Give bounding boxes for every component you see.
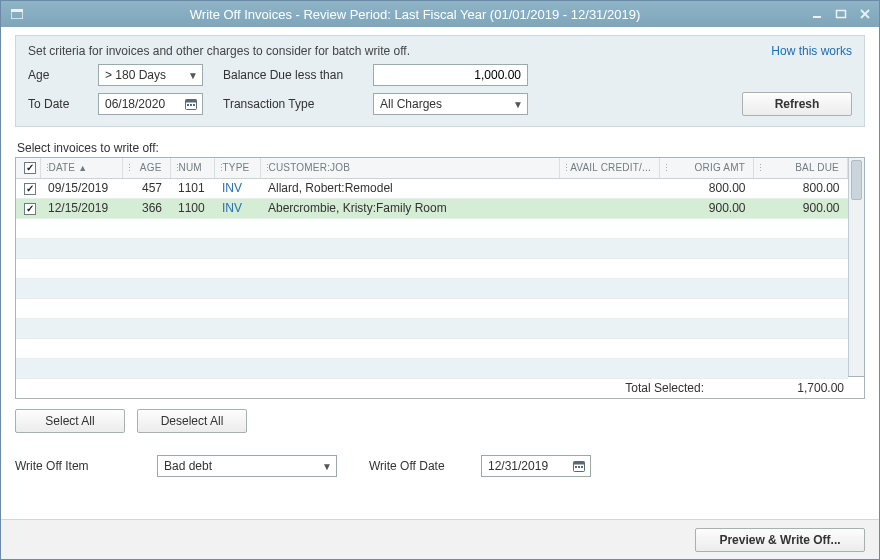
table-header-row: ⋮DATE▲ ⋮AGE ⋮NUM ⋮TYPE ⋮CUSTOMER:JOB ⋮AV… bbox=[16, 158, 848, 178]
criteria-panel: Set criteria for invoices and other char… bbox=[15, 35, 865, 127]
cell-type[interactable]: INV bbox=[214, 178, 260, 198]
writeoff-date-label: Write Off Date bbox=[369, 459, 469, 473]
svg-rect-10 bbox=[193, 104, 195, 106]
svg-rect-3 bbox=[837, 11, 846, 18]
balance-due-input[interactable] bbox=[373, 64, 528, 86]
total-row: Total Selected: 1,700.00 bbox=[15, 377, 865, 399]
how-this-works-link[interactable]: How this works bbox=[771, 44, 852, 58]
table-row bbox=[16, 258, 848, 278]
svg-rect-13 bbox=[575, 466, 577, 468]
deselect-all-button[interactable]: Deselect All bbox=[137, 409, 247, 433]
svg-rect-1 bbox=[11, 9, 23, 12]
col-date[interactable]: ⋮DATE▲ bbox=[40, 158, 122, 178]
total-value: 1,700.00 bbox=[744, 381, 864, 395]
writeoff-item-label: Write Off Item bbox=[15, 459, 145, 473]
cell-bal: 800.00 bbox=[754, 178, 848, 198]
total-label: Total Selected: bbox=[625, 381, 704, 395]
writeoff-item-value: Bad debt bbox=[164, 459, 212, 473]
table-row bbox=[16, 238, 848, 258]
table-caption: Select invoices to write off: bbox=[17, 141, 865, 155]
content-area: Set criteria for invoices and other char… bbox=[1, 27, 879, 519]
table-row[interactable]: 12/15/20193661100INVAbercrombie, Kristy:… bbox=[16, 198, 848, 218]
cell-age: 366 bbox=[122, 198, 170, 218]
cell-date: 09/15/2019 bbox=[40, 178, 122, 198]
refresh-button[interactable]: Refresh bbox=[742, 92, 852, 116]
txn-type-label: Transaction Type bbox=[223, 97, 373, 111]
cell-avail bbox=[560, 198, 660, 218]
table-row bbox=[16, 218, 848, 238]
table-row[interactable]: 09/15/20194571101INVAllard, Robert:Remod… bbox=[16, 178, 848, 198]
select-all-button[interactable]: Select All bbox=[15, 409, 125, 433]
svg-rect-7 bbox=[186, 100, 197, 103]
writeoff-date-input[interactable]: 12/31/2019 bbox=[481, 455, 591, 477]
chevron-down-icon: ▼ bbox=[188, 70, 198, 81]
table-row bbox=[16, 318, 848, 338]
cell-avail bbox=[560, 178, 660, 198]
col-bal-due[interactable]: ⋮BAL DUE bbox=[754, 158, 848, 178]
writeoff-item-select[interactable]: Bad debt ▼ bbox=[157, 455, 337, 477]
col-customer[interactable]: ⋮CUSTOMER:JOB bbox=[260, 158, 560, 178]
txn-type-select[interactable]: All Charges ▼ bbox=[373, 93, 528, 115]
txn-type-value: All Charges bbox=[380, 97, 442, 111]
window-title: Write Off Invoices - Review Period: Last… bbox=[27, 7, 803, 22]
header-checkbox[interactable] bbox=[24, 162, 36, 174]
cell-customer: Abercrombie, Kristy:Family Room bbox=[260, 198, 560, 218]
window: Write Off Invoices - Review Period: Last… bbox=[0, 0, 880, 560]
minimize-button[interactable] bbox=[809, 7, 825, 21]
cell-orig: 900.00 bbox=[660, 198, 754, 218]
table-row bbox=[16, 358, 848, 378]
col-num[interactable]: ⋮NUM bbox=[170, 158, 214, 178]
svg-rect-8 bbox=[187, 104, 189, 106]
balance-due-label: Balance Due less than bbox=[223, 68, 373, 82]
table-scrollbar[interactable] bbox=[848, 158, 864, 376]
cell-num: 1101 bbox=[170, 178, 214, 198]
svg-rect-9 bbox=[190, 104, 192, 106]
chevron-down-icon: ▼ bbox=[513, 99, 523, 110]
col-type[interactable]: ⋮TYPE bbox=[214, 158, 260, 178]
age-label: Age bbox=[28, 68, 98, 82]
row-checkbox[interactable] bbox=[16, 178, 40, 198]
col-avail-credit[interactable]: ⋮AVAIL CREDIT/... bbox=[560, 158, 660, 178]
scrollbar-thumb[interactable] bbox=[851, 160, 862, 200]
age-select-value: > 180 Days bbox=[105, 68, 166, 82]
title-bar: Write Off Invoices - Review Period: Last… bbox=[1, 1, 879, 27]
footer-bar: Preview & Write Off... bbox=[1, 519, 879, 559]
preview-writeoff-button[interactable]: Preview & Write Off... bbox=[695, 528, 865, 552]
cell-age: 457 bbox=[122, 178, 170, 198]
svg-rect-14 bbox=[578, 466, 580, 468]
workspace-icon[interactable] bbox=[9, 7, 25, 21]
cell-num: 1100 bbox=[170, 198, 214, 218]
to-date-input[interactable]: 06/18/2020 bbox=[98, 93, 203, 115]
writeoff-date-value: 12/31/2019 bbox=[488, 459, 548, 473]
row-checkbox[interactable] bbox=[16, 198, 40, 218]
col-age[interactable]: ⋮AGE bbox=[122, 158, 170, 178]
to-date-value: 06/18/2020 bbox=[105, 97, 165, 111]
close-button[interactable] bbox=[857, 7, 873, 21]
calendar-icon[interactable] bbox=[572, 459, 586, 473]
invoice-table: ⋮DATE▲ ⋮AGE ⋮NUM ⋮TYPE ⋮CUSTOMER:JOB ⋮AV… bbox=[15, 157, 865, 377]
cell-bal: 900.00 bbox=[754, 198, 848, 218]
table-row bbox=[16, 338, 848, 358]
svg-rect-15 bbox=[581, 466, 583, 468]
age-select[interactable]: > 180 Days ▼ bbox=[98, 64, 203, 86]
to-date-label: To Date bbox=[28, 97, 98, 111]
cell-type[interactable]: INV bbox=[214, 198, 260, 218]
criteria-description: Set criteria for invoices and other char… bbox=[28, 44, 410, 58]
table-row bbox=[16, 278, 848, 298]
calendar-icon[interactable] bbox=[184, 97, 198, 111]
svg-rect-12 bbox=[574, 462, 585, 465]
maximize-button[interactable] bbox=[833, 7, 849, 21]
table-row bbox=[16, 298, 848, 318]
cell-date: 12/15/2019 bbox=[40, 198, 122, 218]
cell-orig: 800.00 bbox=[660, 178, 754, 198]
col-orig-amt[interactable]: ⋮ORIG AMT bbox=[660, 158, 754, 178]
cell-customer: Allard, Robert:Remodel bbox=[260, 178, 560, 198]
col-checkbox[interactable] bbox=[16, 158, 40, 178]
chevron-down-icon: ▼ bbox=[322, 461, 332, 472]
